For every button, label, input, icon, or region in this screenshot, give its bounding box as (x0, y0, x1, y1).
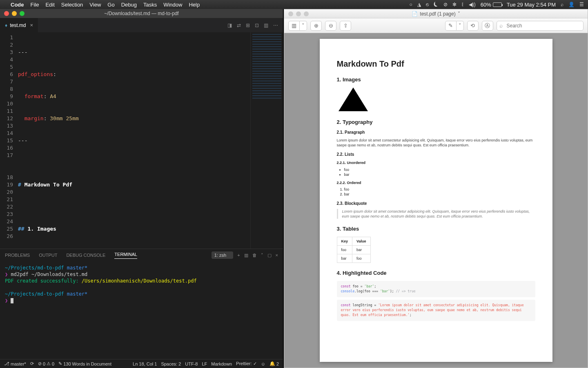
list-item: foo (344, 167, 535, 172)
pdf-h3-paragraph: 2.1. Paragraph (337, 130, 535, 135)
battery-status[interactable]: 60% (481, 2, 502, 8)
preview-search[interactable] (497, 21, 584, 31)
list-item: bar (344, 192, 535, 197)
menubar-clock[interactable]: Tue 29 May 2:54 PM (507, 2, 556, 8)
macos-menubar: Code File Edit Selection View Go Debug T… (0, 0, 588, 9)
status-icon-4[interactable]: ⏾ (434, 2, 439, 7)
status-icon-1[interactable]: ○ (410, 2, 412, 7)
terminal-maximize-icon[interactable]: ▢ (267, 253, 272, 258)
pdf-paragraph: Lorem ipsum dolor sit amet consectetur a… (337, 138, 535, 148)
pdf-h4-ordered: 2.2.2. Ordered (337, 180, 535, 185)
bluetooth-icon[interactable]: ✻ (452, 2, 457, 7)
preview-window: 📄 test.pdf (1 page) ˅ ▥ ˅ ⊕ ⊖ ⇧ ✎ ˅ ⟲ Ⓐ … (284, 9, 588, 368)
highlight-button[interactable]: Ⓐ (482, 21, 493, 31)
terminal-close-icon[interactable]: × (276, 253, 278, 258)
status-prettier[interactable]: Prettier: ✓ (236, 361, 257, 366)
zoom-out-button[interactable]: ⊖ (325, 21, 336, 31)
markup-menu-button[interactable]: ˅ (457, 21, 464, 31)
editor-more-icon[interactable]: ⋯ (273, 22, 278, 28)
tab-close-button[interactable]: × (30, 22, 33, 28)
pdf-h2-code: 4. Highlighted Code (337, 269, 535, 277)
code-content[interactable]: --- pdf_options: format: A4 margin: 30mm… (18, 34, 250, 249)
zoom-in-button[interactable]: ⊕ (310, 21, 322, 31)
menu-selection[interactable]: Selection (61, 2, 83, 8)
status-spaces[interactable]: Spaces: 2 (161, 361, 181, 366)
status-cursor[interactable]: Ln 18, Col 1 (133, 361, 157, 366)
line-gutter: 123456789 10111213141516 171819202122 23… (0, 34, 18, 249)
window-minimize-button[interactable] (12, 11, 17, 16)
preview-maximize-button[interactable] (304, 11, 309, 16)
vscode-window: ~/Downloads/test.md — md-to-pdf ♦ test.m… (0, 9, 283, 368)
terminal-new-icon[interactable]: + (237, 253, 240, 258)
menu-view[interactable]: View (89, 2, 101, 8)
minimap[interactable] (250, 32, 283, 249)
sidebar-menu-button[interactable]: ˅ (300, 21, 307, 31)
pdf-h2-typo: 2. Typography (337, 119, 535, 126)
status-sync-icon[interactable]: ⟳ (30, 361, 34, 366)
status-feedback-icon[interactable]: ☺ (261, 361, 265, 366)
editor-action-icon[interactable]: ▥ (264, 22, 268, 28)
menu-edit[interactable]: Edit (45, 2, 54, 8)
user-icon[interactable]: 👤 (568, 2, 575, 7)
menu-window[interactable]: Window (163, 2, 182, 8)
pdf-viewport[interactable]: Markdown To Pdf 1. Images 2. Typography … (284, 33, 588, 368)
tab-test-md[interactable]: ♦ test.md × (0, 18, 38, 32)
wifi-icon[interactable]: ⧙ (461, 2, 464, 7)
status-icon-2[interactable]: ◮ (417, 2, 421, 7)
status-encoding[interactable]: UTF-8 (185, 361, 198, 366)
menubar-app[interactable]: Code (11, 2, 24, 8)
pdf-ol: foo bar (337, 187, 535, 197)
statusbar: ⎇ master* ⟳ ⊘ 0 ⚠ 0 ✎ 130 Words in Docum… (0, 359, 283, 368)
search-input[interactable] (497, 21, 584, 31)
status-eol[interactable]: LF (202, 361, 207, 366)
menu-help[interactable]: Help (189, 2, 200, 8)
menu-tasks[interactable]: Tasks (143, 2, 157, 8)
window-maximize-button[interactable] (20, 11, 24, 16)
status-lang[interactable]: Markdown (211, 361, 232, 366)
status-bell[interactable]: 🔔 2 (270, 361, 279, 366)
rotate-button[interactable]: ⟲ (467, 21, 479, 31)
status-wordcount[interactable]: ✎ 130 Words in Document (58, 361, 111, 366)
terminal-kill-icon[interactable]: 🗑 (252, 253, 257, 258)
notifications-icon[interactable]: ☰ (579, 2, 584, 7)
list-item: bar (344, 172, 535, 177)
terminal-selector[interactable]: 1: zsh (212, 251, 233, 259)
terminal[interactable]: ~/Projects/md-to-pdf master* ❯ md2pdf ~/… (0, 261, 283, 359)
status-errors[interactable]: ⊘ 0 ⚠ 0 (38, 361, 54, 366)
status-icon-3[interactable]: ⎋ (426, 2, 429, 7)
share-button[interactable]: ⇧ (340, 21, 351, 31)
preview-minimize-button[interactable] (296, 11, 301, 16)
panel-tab-problems[interactable]: PROBLEMS (5, 253, 30, 258)
editor-action-icon[interactable]: ⊞ (246, 22, 250, 28)
pdf-page: Markdown To Pdf 1. Images 2. Typography … (320, 39, 552, 362)
editor-tabbar: ♦ test.md × ◨ ⇄ ⊞ ⊡ ▥ ⋯ (0, 18, 283, 32)
sidebar-toggle-button[interactable]: ▥ (288, 21, 300, 31)
menu-file[interactable]: File (31, 2, 39, 8)
pdf-h2-tables: 3. Tables (337, 225, 535, 233)
window-close-button[interactable] (4, 11, 9, 16)
editor-action-icon[interactable]: ◨ (227, 22, 232, 28)
editor-action-icon[interactable]: ⊡ (255, 22, 259, 28)
pdf-code-block-1: const foo = 'bar'; console.log(foo === '… (337, 281, 535, 297)
preview-close-button[interactable] (288, 11, 293, 16)
tab-label: test.md (10, 22, 26, 28)
spotlight-icon[interactable]: ⌕ (561, 2, 564, 7)
status-branch[interactable]: ⎇ master* (4, 361, 26, 366)
markup-button[interactable]: ✎ (445, 21, 457, 31)
volume-icon[interactable]: ◀)) (469, 2, 476, 7)
bottom-panel: PROBLEMS OUTPUT DEBUG CONSOLE TERMINAL 1… (0, 249, 283, 359)
code-editor[interactable]: 123456789 10111213141516 171819202122 23… (0, 32, 250, 249)
status-icon-5[interactable]: ⊘ (443, 2, 448, 7)
pdf-h3-lists: 2.2. Lists (337, 152, 535, 157)
menu-go[interactable]: Go (107, 2, 114, 8)
preview-toolbar: ▥ ˅ ⊕ ⊖ ⇧ ✎ ˅ ⟲ Ⓐ (284, 18, 588, 33)
panel-tab-debug[interactable]: DEBUG CONSOLE (66, 253, 105, 258)
pdf-file-icon: 📄 (412, 11, 418, 17)
panel-tab-terminal[interactable]: TERMINAL (114, 252, 137, 259)
panel-tab-output[interactable]: OUTPUT (39, 253, 57, 258)
terminal-split-icon[interactable]: ▥ (244, 253, 248, 258)
pdf-code-block-2: const longString = 'Lorem ipsum dolor si… (337, 300, 535, 321)
terminal-up-icon[interactable]: ˄ (261, 253, 263, 258)
menu-debug[interactable]: Debug (121, 2, 137, 8)
editor-action-icon[interactable]: ⇄ (237, 22, 241, 28)
